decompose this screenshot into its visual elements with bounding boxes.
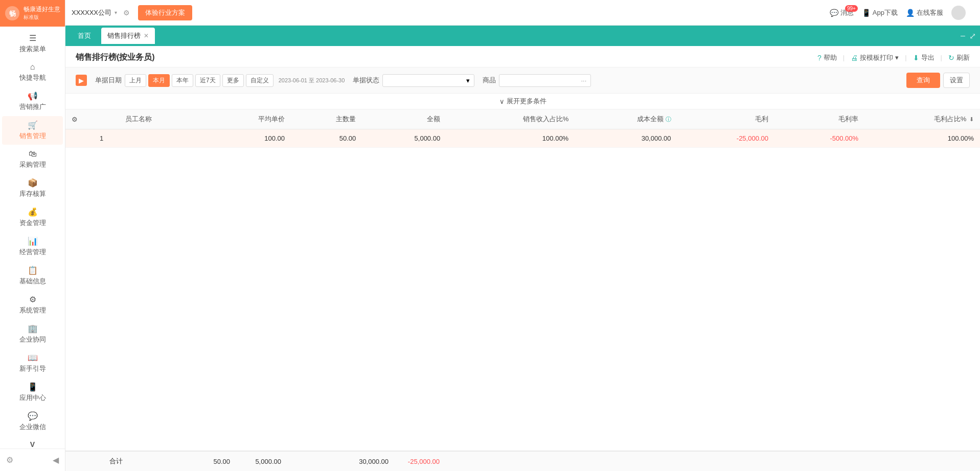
refresh-button[interactable]: ↻ 刷新: [948, 53, 970, 62]
filter-bar: ▶ 单据日期 上月 本月 本年 近7天 更多 自定义 2023-06-01 至 …: [65, 68, 980, 94]
sidebar-item-sales[interactable]: 🛒 销售管理: [2, 116, 63, 145]
filter-row: ▶ 单据日期 上月 本月 本年 近7天 更多 自定义 2023-06-01 至 …: [76, 73, 970, 88]
divider2: |: [905, 54, 906, 61]
sidebar-item-label: 企业协同: [19, 335, 46, 344]
tab-label: 销售排行榜: [107, 31, 141, 40]
col-gross: 毛利: [677, 109, 774, 129]
footer-cost-value: 30,000.00: [359, 458, 389, 465]
table-body: 1 100.00 50.00 5,000.00 100.00% 30,000.0…: [65, 129, 980, 148]
query-button[interactable]: 查询: [906, 73, 940, 88]
col-settings[interactable]: ⚙: [65, 109, 84, 129]
tab-maximize-icon[interactable]: ⤢: [969, 31, 976, 41]
main-area: XXXXXX公司 ▾ ⚙ 体验行业方案 💬 消息 99+ 📱 App下载 👤 在…: [65, 0, 980, 471]
sidebar: 畅 畅康通好生意 标准版 ☰ 搜索菜单 ⌂ 快捷导航 📢 营销推广 🛒 销售管理…: [0, 0, 65, 471]
help-button[interactable]: ? 帮助: [817, 53, 837, 62]
sidebar-settings-button[interactable]: ⚙: [4, 453, 15, 467]
date-btn-custom[interactable]: 自定义: [246, 74, 274, 87]
export-label: 导出: [921, 53, 935, 62]
refresh-icon: ↻: [948, 54, 954, 62]
date-btn-this-month[interactable]: 本月: [148, 74, 170, 87]
template-print-button[interactable]: 🖨 按模板打印 ▾: [851, 53, 899, 62]
sidebar-bottom: ⚙ ◀: [0, 448, 65, 471]
table-container: ⚙ 员工名称 平均单价 主数量 全额 销售收入占比% 成本全额 ⓘ 毛利 毛利率: [65, 109, 980, 451]
message-button[interactable]: 💬 消息 99+: [830, 8, 854, 17]
sidebar-item-operations[interactable]: 📊 经营管理: [2, 232, 63, 261]
sidebar-item-purchase[interactable]: 🛍 采购管理: [2, 145, 63, 173]
tab-sales-ranking[interactable]: 销售排行榜 ✕: [101, 28, 155, 44]
col-rank: [84, 109, 119, 129]
sidebar-collapse-button[interactable]: ◀: [51, 453, 61, 467]
svg-text:畅: 畅: [9, 10, 16, 17]
footer-amount-value: 5,000.00: [255, 458, 281, 465]
data-table: ⚙ 员工名称 平均单价 主数量 全额 销售收入占比% 成本全额 ⓘ 毛利 毛利率: [65, 109, 980, 148]
sales-icon: 🛒: [28, 120, 38, 130]
col-amount: 全额: [362, 109, 446, 129]
company-name: XXXXXX公司: [72, 8, 111, 17]
status-select[interactable]: ▾: [382, 74, 474, 87]
print-dropdown-icon: ▾: [895, 54, 899, 61]
sidebar-item-label: 新手引导: [19, 364, 46, 373]
sidebar-item-inventory[interactable]: 📦 库存核算: [2, 174, 63, 203]
goods-input[interactable]: ···: [499, 74, 591, 87]
sidebar-item-label: 采购管理: [19, 160, 46, 169]
col-sales-pct: 销售收入占比%: [446, 109, 575, 129]
footer-amount: 5,000.00: [236, 458, 287, 465]
refresh-label: 刷新: [956, 53, 970, 62]
date-btn-this-year[interactable]: 本年: [172, 74, 193, 87]
inventory-icon: 📦: [28, 178, 38, 188]
footer-cost: 30,000.00: [344, 458, 395, 465]
cell-amount: 5,000.00: [362, 129, 446, 148]
search-order-icon: ☰: [29, 33, 36, 43]
date-btn-last-month[interactable]: 上月: [125, 74, 146, 87]
cell-name: [119, 129, 205, 148]
filter-expand-arrow[interactable]: ▶: [76, 75, 87, 86]
expand-label: 展开更多条件: [507, 97, 546, 106]
avatar[interactable]: [951, 6, 966, 20]
sidebar-item-enterprise-coop[interactable]: 🏢 企业协同: [2, 320, 63, 348]
sidebar-item-basic-info[interactable]: 📋 基础信息: [2, 261, 63, 290]
expand-conditions-button[interactable]: ∨ 展开更多条件: [499, 97, 546, 106]
page-actions: ? 帮助 | 🖨 按模板打印 ▾ | ⬇ 导出 | ↻ 刷新: [817, 53, 970, 62]
app-download-button[interactable]: 📱 App下载: [862, 8, 898, 17]
sidebar-item-quick-nav[interactable]: ⌂ 快捷导航: [2, 58, 63, 86]
sidebar-item-enterprise-wx[interactable]: 💬 企业微信: [2, 407, 63, 436]
table-footer: 合计 50.00 5,000.00 30,000.00 -25,000.00: [65, 451, 980, 471]
cell-quantity: 50.00: [291, 129, 362, 148]
divider3: |: [941, 54, 942, 61]
sidebar-item-system[interactable]: ⚙ 系统管理: [2, 290, 63, 319]
topbar-settings-icon[interactable]: ⚙: [123, 9, 130, 17]
tab-minimize-icon[interactable]: –: [961, 31, 965, 41]
sidebar-item-label: 营销推广: [19, 102, 46, 111]
footer-gross-value: -25,000.00: [408, 458, 440, 465]
home-icon: ⌂: [30, 62, 35, 72]
sidebar-item-label: 企业微信: [19, 422, 46, 432]
col-quantity: 主数量: [291, 109, 362, 129]
tabbar: 首页 销售排行榜 ✕ – ⤢: [65, 26, 980, 46]
enterprise-coop-icon: 🏢: [28, 324, 38, 333]
sidebar-item-membership[interactable]: V 畅会员: [2, 436, 63, 448]
sidebar-item-label: 资金管理: [19, 218, 46, 228]
sidebar-item-finance[interactable]: 💰 资金管理: [2, 203, 63, 232]
export-button[interactable]: ⬇ 导出: [913, 53, 935, 62]
sidebar-item-search-order[interactable]: ☰ 搜索菜单: [2, 29, 63, 58]
finance-icon: 💰: [28, 207, 38, 217]
gross-pct-sort-icon[interactable]: ⬇: [969, 116, 974, 122]
tab-close-icon[interactable]: ✕: [144, 32, 149, 39]
expand-chevron-icon: ∨: [499, 98, 505, 105]
filter-settings-button[interactable]: 设置: [943, 73, 970, 88]
tab-home[interactable]: 首页: [70, 26, 99, 46]
date-btn-more[interactable]: 更多: [222, 74, 244, 87]
online-service-label: 在线客服: [917, 8, 943, 17]
table-row: 1 100.00 50.00 5,000.00 100.00% 30,000.0…: [65, 129, 980, 148]
export-icon: ⬇: [913, 54, 919, 62]
sidebar-item-guide[interactable]: 📖 新手引导: [2, 349, 63, 377]
company-selector[interactable]: XXXXXX公司 ▾: [72, 8, 117, 17]
trial-button[interactable]: 体验行业方案: [138, 5, 192, 20]
footer-row: 合计 50.00 5,000.00 30,000.00 -25,000.00: [72, 457, 974, 466]
date-range-display: 2023-06-01 至 2023-06-30: [279, 77, 345, 84]
online-service-button[interactable]: 👤 在线客服: [906, 8, 943, 17]
sidebar-item-marketing[interactable]: 📢 营销推广: [2, 87, 63, 116]
date-btn-last-7[interactable]: 近7天: [195, 74, 220, 87]
sidebar-item-app-center[interactable]: 📱 应用中心: [2, 378, 63, 407]
goods-more-icon[interactable]: ···: [581, 77, 587, 84]
